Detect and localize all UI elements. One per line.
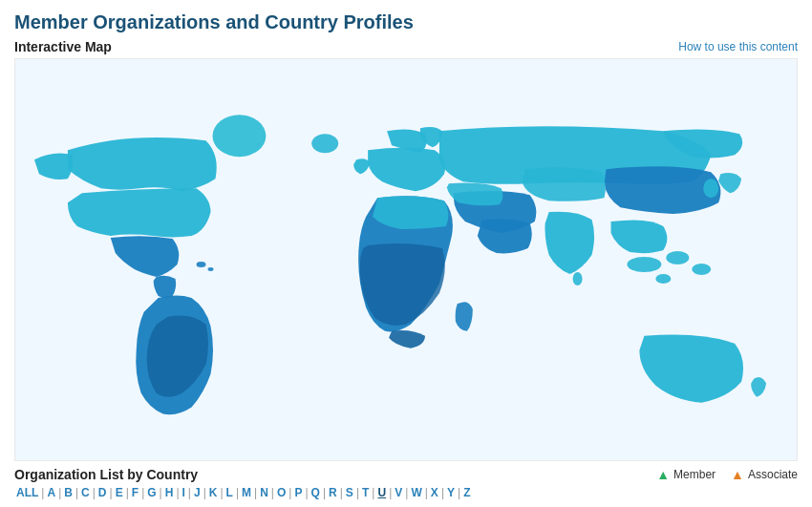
associate-icon: ▲ — [731, 467, 744, 482]
associate-label: Associate — [748, 468, 798, 481]
alpha-item-l[interactable]: L — [224, 486, 235, 499]
alpha-item-k[interactable]: K — [207, 486, 220, 499]
legend-member: ▲ Member — [656, 467, 716, 482]
alpha-item-a[interactable]: A — [45, 486, 57, 499]
alpha-item-all[interactable]: ALL — [14, 486, 40, 499]
how-to-use-link[interactable]: How to use this content — [678, 40, 798, 53]
svg-point-10 — [655, 274, 671, 284]
interactive-map-label: Interactive Map — [14, 39, 112, 54]
alpha-item-u[interactable]: U — [375, 486, 388, 499]
world-map[interactable] — [14, 58, 798, 461]
alpha-item-e[interactable]: E — [114, 486, 125, 499]
svg-point-9 — [692, 264, 711, 275]
svg-point-2 — [197, 262, 206, 267]
org-list-title: Organization List by Country — [14, 467, 198, 482]
alpha-item-w[interactable]: W — [409, 486, 423, 499]
svg-point-5 — [573, 272, 583, 285]
alpha-item-x[interactable]: X — [429, 486, 440, 499]
alpha-item-r[interactable]: R — [327, 486, 339, 499]
alpha-item-d[interactable]: D — [96, 486, 109, 499]
svg-point-3 — [208, 267, 214, 271]
member-icon: ▲ — [656, 467, 670, 482]
page-container: Member Organizations and Country Profile… — [0, 0, 812, 507]
page-title: Member Organizations and Country Profile… — [14, 11, 798, 33]
svg-point-8 — [666, 251, 689, 264]
alpha-item-q[interactable]: Q — [310, 486, 322, 499]
org-list-header: Organization List by Country ▲ Member ▲ … — [14, 467, 798, 482]
svg-point-1 — [212, 115, 266, 157]
alpha-item-i[interactable]: I — [181, 486, 187, 499]
alpha-item-p[interactable]: P — [292, 486, 304, 499]
map-svg — [15, 59, 797, 460]
alpha-item-c[interactable]: C — [79, 486, 92, 499]
member-label: Member — [673, 468, 716, 481]
alpha-item-g[interactable]: G — [145, 486, 158, 499]
svg-point-6 — [703, 179, 718, 198]
alpha-item-o[interactable]: O — [275, 486, 288, 499]
alpha-item-t[interactable]: T — [360, 486, 371, 499]
legend-associate: ▲ Associate — [731, 467, 798, 482]
alpha-item-j[interactable]: J — [192, 486, 203, 499]
svg-point-4 — [311, 134, 338, 153]
alpha-item-n[interactable]: N — [258, 486, 270, 499]
alphabet-nav: ALL | A | B | C | D | E | F | G | H | I … — [14, 486, 798, 499]
legend: ▲ Member ▲ Associate — [656, 467, 798, 482]
alpha-item-h[interactable]: H — [163, 486, 176, 499]
alpha-item-v[interactable]: V — [393, 486, 404, 499]
alpha-item-s[interactable]: S — [344, 486, 355, 499]
alpha-item-y[interactable]: Y — [445, 486, 457, 499]
alpha-item-b[interactable]: B — [62, 486, 75, 499]
alpha-item-f[interactable]: F — [130, 486, 140, 499]
alpha-item-m[interactable]: M — [240, 486, 253, 499]
svg-point-7 — [627, 257, 661, 272]
map-header: Interactive Map How to use this content — [14, 39, 798, 54]
org-list-section: Organization List by Country ▲ Member ▲ … — [14, 467, 798, 499]
alpha-item-z[interactable]: Z — [461, 486, 472, 499]
